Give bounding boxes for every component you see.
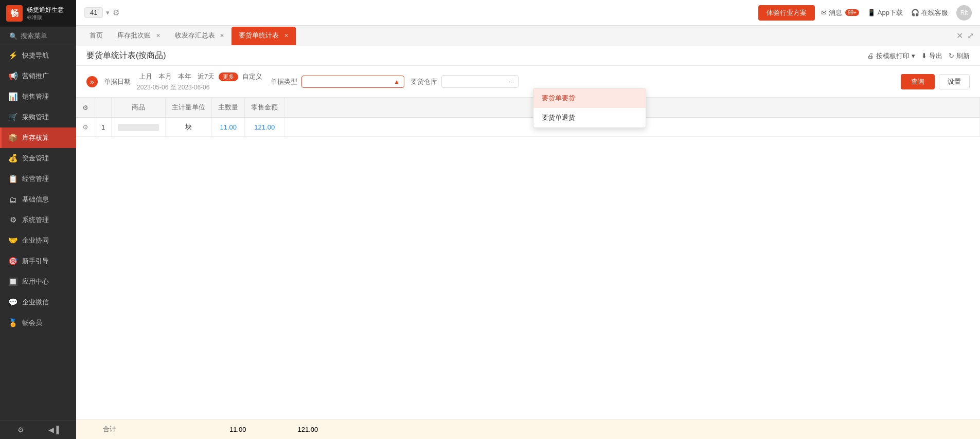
sidebar-item-marketing[interactable]: 📢 营销推广: [0, 66, 76, 86]
sidebar-item-inventory[interactable]: 📦 库存核算: [0, 127, 76, 148]
sidebar-item-operation[interactable]: 📋 经营管理: [0, 169, 76, 189]
col-amount: 零售金额: [245, 98, 284, 118]
quick-nav-icon: ⚡: [8, 50, 18, 61]
date-btn-7days[interactable]: 近7天: [195, 71, 217, 82]
date-buttons: 上月 本月 本年 近7天 更多 自定义: [137, 71, 264, 82]
export-action[interactable]: ⬇ 导出: [921, 51, 942, 61]
row-quantity-link[interactable]: 11.00: [220, 123, 237, 131]
tab-dispatch-summary-label: 收发存汇总表: [175, 31, 215, 39]
sidebar-item-finance[interactable]: 💰 资金管理: [0, 148, 76, 169]
warehouse-select[interactable]: ···: [441, 75, 519, 88]
sidebar-item-purchase[interactable]: 🛒 采购管理: [0, 107, 76, 127]
settings-button[interactable]: 设置: [939, 74, 970, 89]
sidebar: 畅 畅捷通好生意 标准版 🔍 搜索菜单 ⚡ 快捷导航 📢 营销推广 📊 销售管理…: [0, 0, 76, 439]
row-gear-icon[interactable]: ⚙: [76, 118, 95, 137]
print-action[interactable]: 🖨 按模板打印 ▾: [867, 51, 915, 61]
row-num: 1: [95, 118, 112, 137]
tab-order-stats[interactable]: 要货单统计表 ✕: [231, 27, 296, 45]
col-row-num: [95, 98, 112, 118]
page-title: 要货单统计表(按商品): [86, 50, 166, 61]
type-dropdown: 要货单要货 要货单退货: [533, 88, 646, 128]
guide-icon: 🎯: [8, 256, 18, 266]
type-select-arrow-icon: ▲: [394, 78, 400, 85]
col-unit: 主计量单位: [166, 98, 212, 118]
date-filter-label: 单据日期: [104, 77, 131, 86]
sidebar-item-label: 快捷导航: [22, 51, 49, 60]
tab-order-stats-label: 要货单统计表: [239, 31, 279, 39]
user-avatar[interactable]: Rit: [956, 5, 972, 21]
sidebar-item-label: 企业微信: [22, 298, 49, 307]
sidebar-item-app-center[interactable]: 🔲 应用中心: [0, 271, 76, 292]
export-label: 导出: [929, 51, 942, 61]
sidebar-item-label: 基础信息: [22, 195, 49, 204]
online-service-label: 在线客服: [921, 8, 948, 17]
topbar-breadcrumb: 41 ▾ ⚙: [84, 7, 752, 18]
content-area: 要货单统计表(按商品) 🖨 按模板打印 ▾ ⬇ 导出 ↻ 刷新 »: [76, 46, 980, 439]
tab-order-stats-close[interactable]: ✕: [284, 32, 289, 39]
enterprise-icon: 🤝: [8, 235, 18, 246]
app-download-btn[interactable]: 📱 App下载: [867, 8, 903, 17]
sidebar-item-guide[interactable]: 🎯 新手引导: [0, 251, 76, 271]
row-amount-link[interactable]: 121.00: [254, 123, 275, 131]
print-arrow-icon: ▾: [912, 52, 915, 60]
tab-inventory-batch-close[interactable]: ✕: [156, 32, 161, 39]
dropdown-item-order[interactable]: 要货单要货: [533, 88, 646, 108]
tab-dispatch-summary-close[interactable]: ✕: [220, 32, 224, 39]
tab-inventory-batch-label: 库存批次账: [117, 31, 151, 39]
tab-close-window-btn[interactable]: ✕: [956, 31, 963, 41]
topbar-right: ✉ 消息 99+ 📱 App下载 🎧 在线客服 Rit: [821, 5, 972, 21]
app-icon: 📱: [867, 9, 876, 16]
date-filter-group: 上月 本月 本年 近7天 更多 自定义 2023-05-06 至 2023-06…: [137, 71, 264, 92]
sales-icon: 📊: [8, 92, 18, 102]
sidebar-item-system[interactable]: ⚙ 系统管理: [0, 210, 76, 230]
tab-maximize-btn[interactable]: ⤢: [967, 31, 974, 41]
online-service-btn[interactable]: 🎧 在线客服: [911, 8, 948, 17]
wechat-icon: 💬: [8, 297, 18, 307]
message-label: 消息: [829, 8, 842, 17]
system-icon: ⚙: [8, 215, 18, 225]
tab-inventory-batch[interactable]: 库存批次账 ✕: [110, 27, 168, 45]
date-btn-custom[interactable]: 自定义: [240, 71, 264, 82]
sidebar-item-sales[interactable]: 📊 销售管理: [0, 86, 76, 107]
date-btn-this-year[interactable]: 本年: [176, 71, 193, 82]
filter-toggle-btn[interactable]: »: [86, 76, 98, 87]
date-more-badge[interactable]: 更多: [219, 72, 238, 81]
sidebar-item-basic[interactable]: 🗂 基础信息: [0, 189, 76, 210]
print-icon: 🖨: [867, 52, 874, 60]
trial-button[interactable]: 体验行业方案: [758, 5, 815, 21]
avatar-text: Rit: [960, 9, 968, 16]
col-quantity: 主数量: [212, 98, 245, 118]
sidebar-logo-sub: 标准版: [27, 14, 64, 21]
refresh-action[interactable]: ↻ 刷新: [949, 51, 970, 61]
sidebar-logo: 畅 畅捷通好生意 标准版: [0, 0, 76, 27]
sidebar-collapse-btn[interactable]: ◀▐: [48, 426, 59, 434]
sidebar-search[interactable]: 🔍 搜索菜单: [0, 27, 76, 45]
tab-home[interactable]: 首页: [82, 27, 110, 45]
footer-total-amount: 121.00: [298, 426, 318, 433]
chevron-down-icon: ▾: [106, 9, 110, 16]
query-button[interactable]: 查询: [901, 74, 935, 89]
row-amount: 121.00: [245, 118, 284, 137]
topbar: 41 ▾ ⚙ 体验行业方案 ✉ 消息 99+ 📱 App下载 🎧 在线客服 Ri…: [76, 0, 980, 26]
sidebar-item-label: 采购管理: [22, 113, 49, 122]
date-btn-last-month[interactable]: 上月: [137, 71, 154, 82]
sidebar-item-label: 经营管理: [22, 174, 49, 184]
tab-bar: 首页 库存批次账 ✕ 收发存汇总表 ✕ 要货单统计表 ✕ ✕ ⤢: [76, 26, 980, 46]
col-settings[interactable]: ⚙: [76, 98, 95, 118]
export-icon: ⬇: [921, 52, 927, 60]
date-btn-this-month[interactable]: 本月: [156, 71, 174, 82]
sidebar-item-enterprise[interactable]: 🤝 企业协同: [0, 230, 76, 251]
topbar-gear-icon[interactable]: ⚙: [113, 8, 119, 17]
message-btn[interactable]: ✉ 消息 99+: [821, 8, 859, 17]
sidebar-item-wechat[interactable]: 💬 企业微信: [0, 292, 76, 313]
basic-icon: 🗂: [8, 194, 18, 205]
sidebar-settings-btn[interactable]: ⚙: [17, 426, 24, 434]
date-range-display: 2023-05-06 至 2023-06-06: [137, 83, 264, 92]
tab-dispatch-summary[interactable]: 收发存汇总表 ✕: [168, 27, 232, 45]
type-select[interactable]: ▲: [301, 76, 404, 88]
sidebar-item-member[interactable]: 🏅 畅会员: [0, 313, 76, 333]
operation-icon: 📋: [8, 174, 18, 184]
dropdown-item-return[interactable]: 要货单退货: [533, 108, 646, 127]
sidebar-item-quick-nav[interactable]: ⚡ 快捷导航: [0, 45, 76, 66]
purchase-icon: 🛒: [8, 112, 18, 122]
